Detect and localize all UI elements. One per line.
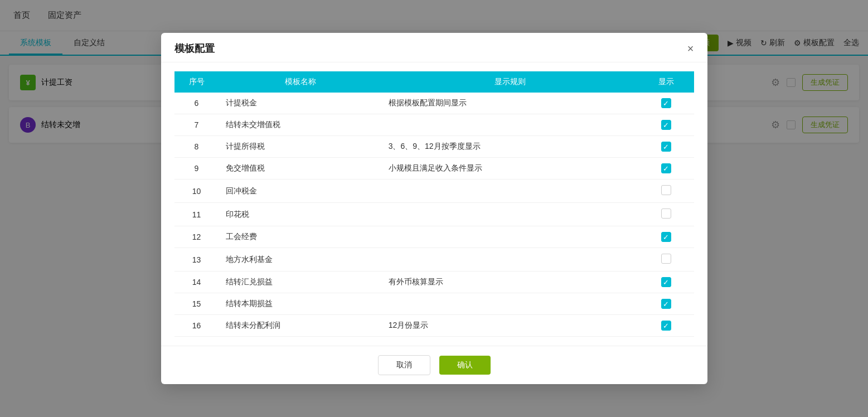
modal-close-button[interactable]: × bbox=[687, 43, 694, 54]
checkbox-checked-icon[interactable]: ✓ bbox=[661, 299, 671, 309]
col-header-name: 模板名称 bbox=[219, 71, 382, 93]
cell-id: 16 bbox=[174, 315, 219, 337]
cell-id: 13 bbox=[174, 248, 219, 271]
checkbox-checked-icon[interactable]: ✓ bbox=[661, 98, 671, 108]
cell-checkbox: ✓ bbox=[638, 114, 694, 136]
cell-rule bbox=[382, 180, 638, 203]
cell-name: 工会经费 bbox=[219, 226, 382, 248]
cell-name: 结转未分配利润 bbox=[219, 315, 382, 337]
cell-name: 结转汇兑损益 bbox=[219, 271, 382, 293]
cell-name: 印花税 bbox=[219, 203, 382, 226]
cell-id: 9 bbox=[174, 158, 219, 180]
modal-title: 模板配置 bbox=[174, 42, 215, 55]
config-table: 序号 模板名称 显示规则 显示 6计提税金根据模板配置期间显示✓7结转未交增值税… bbox=[174, 71, 694, 337]
cell-rule: 3、6、9、12月按季度显示 bbox=[382, 136, 638, 158]
cell-checkbox bbox=[638, 180, 694, 203]
cell-checkbox: ✓ bbox=[638, 293, 694, 315]
modal-template-config: 模板配置 × 序号 模板名称 显示规则 显示 6计提税金根据模板配置期间显 bbox=[161, 33, 707, 384]
modal-overlay: 模板配置 × 序号 模板名称 显示规则 显示 6计提税金根据模板配置期间显 bbox=[0, 0, 868, 417]
cell-rule bbox=[382, 203, 638, 226]
cell-checkbox: ✓ bbox=[638, 158, 694, 180]
cell-rule bbox=[382, 114, 638, 136]
cell-rule: 12月份显示 bbox=[382, 315, 638, 337]
cell-name: 回冲税金 bbox=[219, 180, 382, 203]
cell-checkbox: ✓ bbox=[638, 315, 694, 337]
table-row: 14结转汇兑损益有外币核算显示✓ bbox=[174, 271, 694, 293]
checkbox-unchecked-icon[interactable] bbox=[661, 208, 671, 219]
table-row: 13地方水利基金 bbox=[174, 248, 694, 271]
modal-header: 模板配置 × bbox=[161, 33, 707, 62]
cell-rule bbox=[382, 248, 638, 271]
cell-rule bbox=[382, 293, 638, 315]
cell-name: 结转本期损益 bbox=[219, 293, 382, 315]
col-header-rule: 显示规则 bbox=[382, 71, 638, 93]
col-header-id: 序号 bbox=[174, 71, 219, 93]
checkbox-checked-icon[interactable]: ✓ bbox=[661, 120, 671, 130]
cell-checkbox: ✓ bbox=[638, 93, 694, 114]
table-wrapper[interactable]: 序号 模板名称 显示规则 显示 6计提税金根据模板配置期间显示✓7结转未交增值税… bbox=[174, 71, 694, 337]
table-row: 8计提所得税3、6、9、12月按季度显示✓ bbox=[174, 136, 694, 158]
cell-id: 11 bbox=[174, 203, 219, 226]
cell-rule: 根据模板配置期间显示 bbox=[382, 93, 638, 114]
checkbox-checked-icon[interactable]: ✓ bbox=[661, 232, 671, 242]
cell-name: 计提税金 bbox=[219, 93, 382, 114]
cell-id: 8 bbox=[174, 136, 219, 158]
table-row: 15结转本期损益✓ bbox=[174, 293, 694, 315]
modal-body: 序号 模板名称 显示规则 显示 6计提税金根据模板配置期间显示✓7结转未交增值税… bbox=[161, 62, 707, 346]
col-header-show: 显示 bbox=[638, 71, 694, 93]
confirm-button[interactable]: 确认 bbox=[439, 356, 491, 375]
table-row: 6计提税金根据模板配置期间显示✓ bbox=[174, 93, 694, 114]
table-row: 16结转未分配利润12月份显示✓ bbox=[174, 315, 694, 337]
cell-id: 14 bbox=[174, 271, 219, 293]
table-row: 7结转未交增值税✓ bbox=[174, 114, 694, 136]
cell-name: 计提所得税 bbox=[219, 136, 382, 158]
checkbox-checked-icon[interactable]: ✓ bbox=[661, 163, 671, 173]
table-row: 11印花税 bbox=[174, 203, 694, 226]
cancel-button[interactable]: 取消 bbox=[378, 355, 430, 375]
cell-checkbox bbox=[638, 248, 694, 271]
table-row: 10回冲税金 bbox=[174, 180, 694, 203]
cell-checkbox: ✓ bbox=[638, 226, 694, 248]
cell-id: 7 bbox=[174, 114, 219, 136]
checkbox-checked-icon[interactable]: ✓ bbox=[661, 321, 671, 331]
cell-name: 免交增值税 bbox=[219, 158, 382, 180]
modal-footer: 取消 确认 bbox=[161, 346, 707, 384]
checkbox-unchecked-icon[interactable] bbox=[661, 254, 671, 264]
cell-checkbox: ✓ bbox=[638, 271, 694, 293]
cell-id: 12 bbox=[174, 226, 219, 248]
table-row: 9免交增值税小规模且满足收入条件显示✓ bbox=[174, 158, 694, 180]
cell-checkbox bbox=[638, 203, 694, 226]
cell-id: 10 bbox=[174, 180, 219, 203]
cell-rule bbox=[382, 226, 638, 248]
checkbox-checked-icon[interactable]: ✓ bbox=[661, 142, 671, 152]
cell-rule: 小规模且满足收入条件显示 bbox=[382, 158, 638, 180]
cell-name: 地方水利基金 bbox=[219, 248, 382, 271]
cell-id: 15 bbox=[174, 293, 219, 315]
cell-id: 6 bbox=[174, 93, 219, 114]
checkbox-unchecked-icon[interactable] bbox=[661, 185, 671, 195]
cell-name: 结转未交增值税 bbox=[219, 114, 382, 136]
checkbox-checked-icon[interactable]: ✓ bbox=[661, 277, 671, 287]
table-row: 12工会经费✓ bbox=[174, 226, 694, 248]
cell-checkbox: ✓ bbox=[638, 136, 694, 158]
cell-rule: 有外币核算显示 bbox=[382, 271, 638, 293]
